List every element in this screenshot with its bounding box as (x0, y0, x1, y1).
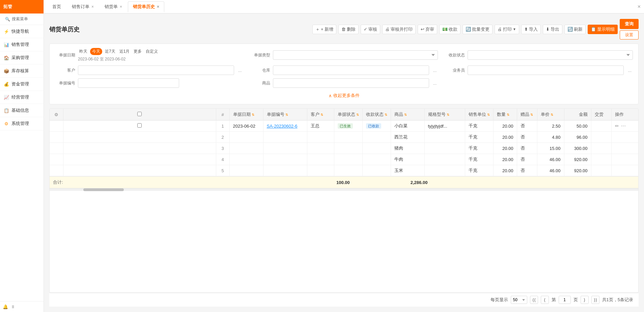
first-page-btn[interactable]: ⟨⟨ (530, 296, 538, 304)
row-checkbox-4 (63, 165, 216, 176)
th-code[interactable]: 单据编号⇅ (263, 109, 307, 121)
horizontal-scrollbar[interactable] (50, 188, 638, 191)
page-input[interactable] (559, 296, 571, 304)
per-page-select[interactable]: 50 10 20 100 (511, 296, 527, 304)
more-icon[interactable]: ⋯ (621, 123, 626, 129)
salesperson-picker-btn[interactable]: ... (626, 68, 633, 73)
sidebar-item-finance[interactable]: 💰 资金管理 (0, 78, 44, 91)
tab-sales-order[interactable]: 销售订单 × (67, 1, 99, 12)
th-gift[interactable]: 赠品⇅ (517, 109, 537, 121)
abandon-button[interactable]: ↩ 弃审 (418, 25, 437, 34)
customer-picker-btn[interactable]: ... (237, 68, 243, 73)
tab-close-sales-history[interactable]: × (157, 4, 159, 9)
date-range: 2023-06-02 至 2023-06-02 (78, 56, 159, 62)
sidebar-item-inventory[interactable]: 📦 库存核算 (0, 64, 44, 78)
shortcut-today[interactable]: 今天 (90, 48, 102, 55)
row-customer-4 (307, 165, 334, 176)
query-button[interactable]: 查询 (620, 19, 639, 29)
row-gift-0: 否 (517, 121, 537, 132)
edit-icon[interactable]: ✏ (615, 123, 619, 129)
th-doc-status[interactable]: 单据状态⇅ (334, 109, 362, 121)
row-check[interactable] (137, 123, 142, 128)
scrollbar-thumb[interactable] (83, 188, 124, 191)
th-pay-status[interactable]: 收款状态⇅ (362, 109, 391, 121)
select-all-checkbox[interactable] (137, 112, 142, 116)
row-action-0: ✏⋯ (611, 121, 638, 132)
row-code-3 (263, 154, 307, 165)
tab-close-sales-order[interactable]: × (91, 4, 94, 9)
th-price[interactable]: 单价⇅ (537, 109, 564, 121)
delete-button[interactable]: 🗑 删除 (338, 25, 359, 34)
audit-print-button[interactable]: 🖨 审核并打印 (382, 25, 416, 34)
export-button[interactable]: ⬇ 导出 (543, 25, 562, 34)
shortcut-yesterday[interactable]: 昨天 (78, 48, 89, 55)
pay-status-select[interactable] (468, 50, 633, 60)
next-page-btn[interactable]: ⟩ (581, 296, 589, 304)
goods-picker-btn[interactable]: ... (432, 81, 438, 86)
row-num-2: 3 (216, 143, 229, 154)
row-code-link[interactable]: SA-20230602-6 (267, 124, 298, 129)
show-detail-button[interactable]: 📋 显示明细 (588, 25, 618, 34)
window-close-icon[interactable]: × (638, 4, 641, 10)
new-button[interactable]: ＋ + 新增 (312, 25, 336, 34)
row-customer-3 (307, 154, 334, 165)
tab-home[interactable]: 首页 (47, 1, 66, 12)
doc-type-select[interactable] (273, 50, 438, 60)
collect-icon: 💵 (442, 27, 448, 32)
customer-input[interactable] (78, 66, 234, 75)
row-qty-4: 20.00 (493, 165, 517, 176)
sidebar-search[interactable]: 🔍 搜索菜单 (0, 14, 44, 25)
shortcut-more[interactable]: 更多 (132, 48, 143, 55)
sidebar-bottom-icon2[interactable]: ⏸ (11, 304, 15, 309)
tab-close-sales-goods[interactable]: × (120, 4, 122, 9)
warehouse-picker-btn[interactable]: ... (432, 68, 438, 73)
row-goods-2: 猪肉 (391, 143, 424, 154)
tab-sales-history[interactable]: 销货单历史 × (128, 1, 164, 12)
row-amount-2: 300.00 (564, 143, 591, 154)
refresh-button[interactable]: 🔃 刷新 (564, 25, 586, 34)
row-gear-4 (50, 165, 63, 176)
audit-button[interactable]: ✓ 审核 (361, 25, 380, 34)
collapse-btn[interactable]: ∧ 收起更多条件 (55, 91, 633, 100)
th-spec-label: 规格型号 (428, 111, 446, 118)
th-unit[interactable]: 销售单位⇅ (465, 109, 493, 121)
row-checkbox-0[interactable] (63, 121, 216, 132)
collect-button[interactable]: 💵 收款 (439, 25, 460, 34)
row-price-1: 4.80 (537, 132, 564, 143)
sidebar-item-sales-mgmt[interactable]: 📊 销售管理 (0, 38, 44, 51)
doc-no-input[interactable] (78, 78, 179, 88)
sidebar-item-purchase-mgmt[interactable]: 🏠 采购管理 (0, 51, 44, 64)
sidebar-item-operations[interactable]: 📈 经营管理 (0, 91, 44, 104)
sidebar-item-base-info[interactable]: 📋 基础信息 (0, 104, 44, 117)
prev-page-btn[interactable]: ⟨ (541, 296, 549, 304)
shortcut-7days[interactable]: 近7天 (104, 48, 117, 55)
goods-input[interactable] (273, 78, 429, 88)
th-qty[interactable]: 数量⇅ (493, 109, 517, 121)
settings-button[interactable]: 设置 (620, 30, 639, 40)
shortcut-custom[interactable]: 自定义 (144, 48, 159, 55)
row-action-4 (611, 165, 638, 176)
gear-icon[interactable]: ⚙ (54, 112, 58, 117)
row-code-0[interactable]: SA-20230602-6 (263, 121, 307, 132)
th-spec[interactable]: 规格型号⇅ (424, 109, 465, 121)
th-goods[interactable]: 商品⇅ (391, 109, 424, 121)
tab-sales-goods[interactable]: 销货单 × (100, 1, 127, 12)
salesperson-input[interactable] (468, 66, 624, 75)
warehouse-input[interactable] (273, 66, 429, 75)
last-page-btn[interactable]: ⟩⟩ (591, 296, 599, 304)
batch-change-button[interactable]: 🔄 批量变更 (463, 25, 493, 34)
th-trade-label: 交货 (595, 112, 604, 117)
row-qty-2: 20.00 (493, 143, 517, 154)
th-customer[interactable]: 客户⇅ (307, 109, 334, 121)
sidebar-item-quick-nav[interactable]: ⚡ 快捷导航 (0, 25, 44, 38)
th-gear[interactable]: ⚙ (50, 109, 63, 121)
th-date[interactable]: 单据日期⇅ (229, 109, 263, 121)
row-date-1 (229, 132, 263, 143)
shortcut-1month[interactable]: 近1月 (118, 48, 131, 55)
sidebar-item-sys-mgmt[interactable]: ⚙ 系统管理 (0, 117, 44, 130)
print-button[interactable]: 🖨 打印 ▼ (495, 25, 519, 34)
per-page-label: 每页显示 (491, 297, 508, 303)
import-button[interactable]: ⬆ 导入 (521, 25, 541, 34)
sidebar-bottom-icon1[interactable]: 🔔 (3, 304, 8, 309)
salesperson-label: 业务员 (445, 68, 465, 73)
